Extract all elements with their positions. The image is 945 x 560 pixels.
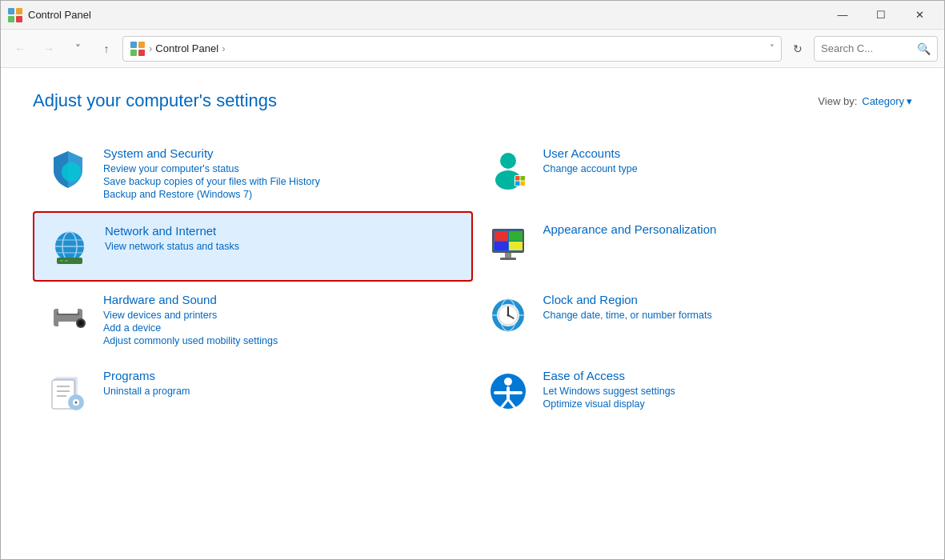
close-button[interactable]: ✕ bbox=[901, 2, 938, 28]
category-system-security[interactable]: System and Security Review your computer… bbox=[33, 135, 473, 211]
address-path-label: Control Panel bbox=[155, 42, 218, 54]
programs-link-1[interactable]: Uninstall a program bbox=[103, 386, 460, 397]
category-network-internet[interactable]: Network and Internet View network status… bbox=[33, 211, 473, 282]
user-accounts-icon bbox=[486, 146, 531, 191]
control-panel-window: Control Panel — ☐ ✕ ← → ˅ ↑ › bbox=[0, 0, 945, 560]
hardware-sound-link-1[interactable]: View devices and printers bbox=[103, 310, 460, 321]
network-internet-title[interactable]: Network and Internet bbox=[105, 224, 458, 238]
category-ease-of-access[interactable]: Ease of Access Let Windows suggest setti… bbox=[473, 358, 913, 425]
user-accounts-title[interactable]: User Accounts bbox=[543, 146, 900, 160]
svg-rect-29 bbox=[509, 242, 523, 250]
clock-region-icon bbox=[486, 293, 531, 338]
programs-icon bbox=[46, 369, 90, 414]
svg-rect-6 bbox=[130, 50, 137, 56]
main-content: Adjust your computer's settings View by:… bbox=[1, 68, 944, 559]
user-accounts-link-1[interactable]: Change account type bbox=[543, 163, 900, 174]
user-accounts-text: User Accounts Change account type bbox=[543, 146, 900, 174]
svg-rect-1 bbox=[16, 8, 22, 14]
system-security-icon bbox=[46, 146, 90, 191]
view-by-arrow-icon: ▾ bbox=[907, 95, 912, 107]
svg-rect-12 bbox=[515, 176, 520, 181]
svg-rect-31 bbox=[500, 258, 516, 260]
search-input[interactable] bbox=[821, 42, 914, 54]
ease-of-access-link-2[interactable]: Optimize visual display bbox=[543, 398, 900, 410]
programs-text: Programs Uninstall a program bbox=[103, 369, 460, 397]
svg-point-8 bbox=[62, 162, 81, 182]
categories-grid: System and Security Review your computer… bbox=[33, 135, 912, 425]
svg-rect-2 bbox=[8, 16, 14, 22]
svg-point-9 bbox=[500, 153, 516, 169]
search-icon: 🔍 bbox=[917, 42, 931, 55]
svg-rect-5 bbox=[138, 42, 145, 48]
view-by-value-text: Category bbox=[862, 95, 904, 107]
category-hardware-sound[interactable]: Hardware and Sound View devices and prin… bbox=[33, 282, 473, 358]
up-button[interactable]: ↑ bbox=[94, 36, 119, 62]
address-bar: ← → ˅ ↑ › Control Panel › ˅ ↻ bbox=[1, 30, 944, 68]
back-icon: ← bbox=[14, 42, 26, 55]
system-security-text: System and Security Review your computer… bbox=[103, 146, 460, 200]
window-controls: — ☐ ✕ bbox=[824, 2, 938, 28]
view-by-control: View by: Category ▾ bbox=[818, 95, 912, 107]
svg-point-46 bbox=[507, 314, 509, 317]
chevron-down-icon: ˅ bbox=[75, 42, 81, 55]
view-by-dropdown[interactable]: Category ▾ bbox=[862, 95, 912, 107]
maximize-button[interactable]: ☐ bbox=[863, 2, 899, 28]
network-internet-icon bbox=[47, 224, 92, 269]
category-programs[interactable]: Programs Uninstall a program bbox=[33, 358, 473, 425]
address-dropdown-icon[interactable]: ˅ bbox=[770, 43, 775, 54]
address-separator-left: › bbox=[149, 42, 152, 54]
ease-of-access-title[interactable]: Ease of Access bbox=[543, 369, 900, 382]
svg-point-55 bbox=[75, 402, 78, 404]
ease-of-access-icon bbox=[486, 369, 531, 414]
programs-title[interactable]: Programs bbox=[103, 369, 460, 382]
svg-rect-13 bbox=[520, 176, 525, 181]
recent-button[interactable]: ˅ bbox=[65, 36, 90, 62]
appearance-title[interactable]: Appearance and Personalization bbox=[543, 222, 900, 236]
view-by-label: View by: bbox=[818, 95, 857, 107]
svg-rect-34 bbox=[58, 301, 78, 314]
category-appearance[interactable]: Appearance and Personalization bbox=[473, 211, 913, 282]
ease-of-access-link-1[interactable]: Let Windows suggest settings bbox=[543, 386, 900, 397]
back-button[interactable]: ← bbox=[7, 36, 33, 62]
up-icon: ↑ bbox=[104, 42, 110, 55]
svg-point-38 bbox=[79, 322, 82, 325]
window-icon bbox=[7, 7, 23, 23]
hardware-sound-link-3[interactable]: Adjust commonly used mobility settings bbox=[103, 335, 460, 346]
clock-region-link-1[interactable]: Change date, time, or number formats bbox=[543, 310, 900, 321]
refresh-button[interactable]: ↻ bbox=[785, 36, 811, 62]
clock-region-text: Clock and Region Change date, time, or n… bbox=[543, 293, 900, 321]
address-path[interactable]: › Control Panel › ˅ bbox=[122, 36, 782, 62]
hardware-sound-icon bbox=[46, 293, 90, 338]
forward-button[interactable]: → bbox=[36, 36, 62, 62]
hardware-sound-link-2[interactable]: Add a device bbox=[103, 322, 460, 334]
svg-rect-22 bbox=[60, 260, 63, 262]
address-cp-icon bbox=[130, 41, 146, 57]
system-security-link-2[interactable]: Save backup copies of your files with Fi… bbox=[103, 176, 460, 187]
hardware-sound-title[interactable]: Hardware and Sound bbox=[103, 293, 460, 306]
page-header: Adjust your computer's settings View by:… bbox=[33, 90, 912, 111]
clock-region-title[interactable]: Clock and Region bbox=[543, 293, 900, 306]
category-clock-region[interactable]: Clock and Region Change date, time, or n… bbox=[473, 282, 913, 358]
network-internet-link-1[interactable]: View network status and tasks bbox=[105, 241, 458, 252]
search-box[interactable]: 🔍 bbox=[814, 36, 938, 62]
category-user-accounts[interactable]: User Accounts Change account type bbox=[473, 135, 913, 211]
svg-rect-27 bbox=[509, 231, 523, 241]
appearance-text: Appearance and Personalization bbox=[543, 222, 900, 239]
address-separator-right: › bbox=[222, 42, 225, 54]
system-security-title[interactable]: System and Security bbox=[103, 146, 460, 160]
svg-rect-35 bbox=[58, 322, 78, 331]
refresh-icon: ↻ bbox=[793, 42, 803, 55]
network-internet-text: Network and Internet View network status… bbox=[105, 224, 458, 252]
page-title: Adjust your computer's settings bbox=[33, 90, 277, 111]
appearance-icon bbox=[486, 222, 531, 267]
ease-of-access-text: Ease of Access Let Windows suggest setti… bbox=[543, 369, 900, 410]
svg-rect-7 bbox=[138, 50, 145, 56]
svg-rect-23 bbox=[65, 260, 68, 262]
svg-rect-15 bbox=[520, 182, 525, 186]
title-bar: Control Panel — ☐ ✕ bbox=[1, 1, 944, 30]
minimize-button[interactable]: — bbox=[824, 2, 861, 28]
system-security-link-1[interactable]: Review your computer's status bbox=[103, 163, 460, 174]
system-security-link-3[interactable]: Backup and Restore (Windows 7) bbox=[103, 189, 460, 200]
svg-rect-28 bbox=[495, 242, 508, 250]
svg-rect-4 bbox=[130, 42, 137, 48]
